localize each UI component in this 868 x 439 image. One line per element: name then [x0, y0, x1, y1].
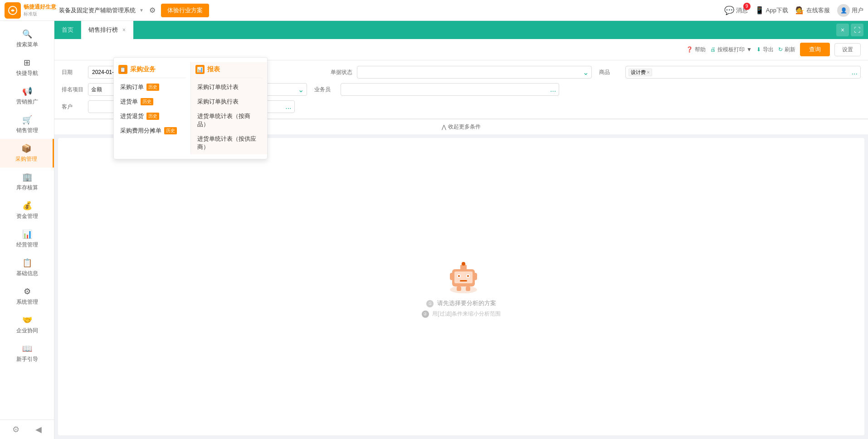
- logo-text: 畅捷通好生意 标准版: [24, 3, 56, 17]
- filter-voucher-status: 单据状态 ⌄: [331, 66, 592, 79]
- inventory-icon: 🏢: [22, 172, 32, 182]
- newbie-icon: 📖: [22, 344, 32, 354]
- menu-item-inbound-stat-goods[interactable]: 进货单统计表（按商品）: [195, 109, 263, 132]
- goods-tag: 设计费 ×: [629, 69, 652, 76]
- svg-rect-8: [460, 280, 467, 281]
- online-service-btn[interactable]: 💁 在线客服: [795, 6, 830, 15]
- empty-tip-1: ① 请先选择要分析的方案: [426, 299, 496, 307]
- industry-btn[interactable]: 体验行业方案: [161, 4, 209, 17]
- collapse-up-icon: ⋀: [442, 124, 446, 130]
- filter-salesperson: 业务员 ...: [314, 83, 560, 96]
- voucher-status-dropdown-icon[interactable]: ⌄: [583, 68, 589, 77]
- customer-ellipsis[interactable]: ...: [285, 103, 291, 111]
- finance-icon: 💰: [22, 201, 32, 211]
- sidebar-item-search[interactable]: 🔍 搜索菜单: [0, 25, 54, 53]
- main-layout: 🔍 搜索菜单 ⊞ 快捷导航 📢 营销推广 🛒 销售管理 📦 采购管理 🏢 库存核…: [0, 21, 868, 439]
- sidebar-item-inventory[interactable]: 🏢 库存核算: [0, 168, 54, 196]
- goods-ellipsis[interactable]: ...: [852, 68, 858, 76]
- purchase-dropdown-menu: 📋 采购业务 采购订单 历史 进货单 历史 进货退货: [113, 57, 268, 159]
- export-btn[interactable]: ⬇ 导出: [756, 46, 774, 54]
- purchase-icon: 📦: [21, 143, 31, 153]
- marketing-icon: 📢: [22, 86, 32, 96]
- empty-state: ① 请先选择要分析的方案 ② 用[过滤]条件来缩小分析范围: [58, 138, 864, 435]
- empty-illustration: [443, 256, 479, 292]
- svg-rect-12: [473, 273, 477, 280]
- operations-icon: 📊: [22, 229, 32, 239]
- purchase-col-title: 📋 采购业务: [118, 62, 186, 78]
- tab-bar: 首页 销售排行榜 × × ⛶: [54, 21, 868, 39]
- sidebar-item-newbie[interactable]: 📖 新手引导: [0, 339, 54, 368]
- header-center: 装备及固定资产辅助管理系统 ▼ ⚙ 体验行业方案: [59, 4, 724, 17]
- sidebar-item-enterprise[interactable]: 🤝 企业协同: [0, 311, 54, 339]
- avatar: 👤: [837, 4, 850, 17]
- tab-home[interactable]: 首页: [54, 21, 81, 39]
- purchase-title-icon: 📋: [118, 65, 127, 74]
- menu-item-inbound-stat-supplier[interactable]: 进货单统计表（按供应商）: [195, 132, 263, 154]
- report-col-title: 📊 报表: [195, 62, 263, 78]
- help-icon: ❓: [686, 46, 693, 53]
- sidebar: 🔍 搜索菜单 ⊞ 快捷导航 📢 营销推广 🛒 销售管理 📦 采购管理 🏢 库存核…: [0, 21, 54, 439]
- svg-point-6: [458, 275, 460, 277]
- svg-point-7: [467, 275, 469, 277]
- print-btn[interactable]: 🖨 按模板打印 ▼: [710, 46, 752, 54]
- refresh-btn[interactable]: ↻ 刷新: [778, 46, 795, 54]
- tab-maximize-btn[interactable]: ⛶: [851, 24, 863, 36]
- help-btn[interactable]: ❓ 帮助: [686, 46, 706, 54]
- voucher-status-input[interactable]: ⌄: [357, 66, 592, 79]
- salesperson-ellipsis[interactable]: ...: [550, 85, 556, 94]
- filter-goods: 商品 设计费 × ...: [599, 66, 861, 79]
- page-content: ❓ 帮助 🖨 按模板打印 ▼ ⬇ 导出 ↻ 刷新 查询 设置: [54, 39, 868, 439]
- dropdown-col-purchase: 📋 采购业务 采购订单 历史 进货单 历史 进货退货: [114, 62, 190, 154]
- dropdown-columns: 📋 采购业务 采购订单 历史 进货单 历史 进货退货: [114, 62, 267, 154]
- sidebar-item-purchase[interactable]: 📦 采购管理: [0, 139, 54, 168]
- sidebar-item-basic[interactable]: 📋 基础信息: [0, 253, 54, 282]
- dropdown-col-report: 📊 报表 采购订单统计表 采购订单执行表 进货单统计表（按商品）: [190, 62, 268, 154]
- quick-nav-icon: ⊞: [24, 58, 30, 68]
- goods-input[interactable]: 设计费 × ...: [625, 66, 861, 79]
- system-dropdown-arrow[interactable]: ▼: [139, 8, 144, 13]
- menu-item-inbound[interactable]: 进货单 历史: [118, 94, 186, 109]
- svg-rect-14: [466, 286, 470, 291]
- logo-area: 畅捷通好生意 标准版: [5, 2, 59, 19]
- app-download-btn[interactable]: 📱 App下载: [755, 6, 788, 15]
- menu-item-purchase-order-exec[interactable]: 采购订单执行表: [195, 94, 263, 109]
- system-settings-icon[interactable]: ⚙: [147, 4, 157, 16]
- svg-point-10: [462, 262, 465, 266]
- svg-rect-3: [454, 271, 473, 283]
- sidebar-footer: ⚙ ◀: [0, 419, 54, 439]
- sidebar-item-operations[interactable]: 📊 经营管理: [0, 225, 54, 253]
- salesperson-input[interactable]: ...: [341, 83, 560, 96]
- top-header: 畅捷通好生意 标准版 装备及固定资产辅助管理系统 ▼ ⚙ 体验行业方案 💬 9 …: [0, 0, 868, 21]
- tab-actions: × ⛶: [836, 24, 868, 36]
- sidebar-item-marketing[interactable]: 📢 营销推广: [0, 82, 54, 110]
- empty-tip-2: ② 用[过滤]条件来缩小分析范围: [422, 310, 501, 318]
- basic-icon: 📋: [22, 258, 32, 268]
- menu-item-inbound-return[interactable]: 进货退货 历史: [118, 109, 186, 123]
- sidebar-item-sales[interactable]: 🛒 销售管理: [0, 110, 54, 139]
- menu-item-purchase-order-stat[interactable]: 采购订单统计表: [195, 80, 263, 94]
- sidebar-settings-btn[interactable]: ⚙: [12, 424, 20, 434]
- tab-close-window-btn[interactable]: ×: [836, 24, 849, 36]
- menu-item-purchase-expense[interactable]: 采购费用分摊单 历史: [118, 123, 186, 138]
- menu-item-purchase-order[interactable]: 采购订单 历史: [118, 80, 186, 94]
- print-dropdown-icon[interactable]: ▼: [746, 46, 752, 53]
- system-icon: ⚙: [24, 286, 31, 296]
- message-btn[interactable]: 💬 9 消息: [724, 5, 748, 15]
- print-icon: 🖨: [710, 46, 716, 53]
- enterprise-icon: 🤝: [22, 315, 32, 325]
- sidebar-item-finance[interactable]: 💰 资金管理: [0, 196, 54, 225]
- user-menu[interactable]: 👤 用户: [837, 4, 863, 17]
- content-area: 首页 销售排行榜 × × ⛶ ❓ 帮助 🖨 按模板打印: [54, 21, 868, 439]
- refresh-icon: ↻: [778, 46, 783, 53]
- sidebar-item-quick-nav[interactable]: ⊞ 快捷导航: [0, 53, 54, 82]
- logo-icon: [5, 2, 21, 19]
- rank-dropdown-icon[interactable]: ⌄: [298, 85, 304, 94]
- tab-sales-rank[interactable]: 销售排行榜 ×: [81, 21, 133, 39]
- sidebar-collapse-btn[interactable]: ◀: [35, 424, 42, 434]
- goods-tag-close[interactable]: ×: [647, 69, 649, 75]
- tab-close-icon[interactable]: ×: [122, 27, 126, 33]
- system-title: 装备及固定资产辅助管理系统: [59, 6, 136, 15]
- sidebar-item-system[interactable]: ⚙ 系统管理: [0, 282, 54, 311]
- settings-button[interactable]: 设置: [834, 43, 861, 56]
- query-button[interactable]: 查询: [800, 43, 830, 56]
